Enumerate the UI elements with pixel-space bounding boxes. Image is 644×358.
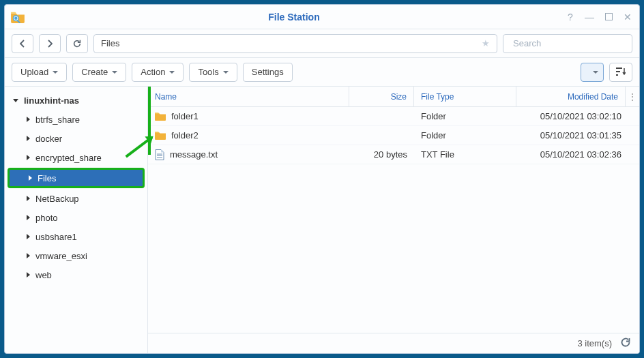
file-date: 05/10/2021 03:02:10 xyxy=(516,107,639,125)
svg-rect-4 xyxy=(605,14,612,20)
search-input[interactable] xyxy=(513,38,628,48)
tree-item-label: web xyxy=(35,270,52,280)
titlebar: File Station ? — ✕ xyxy=(5,5,639,29)
file-station-window: File Station ? — ✕ Files ★ Upload Create… xyxy=(4,4,640,354)
chevron-down-icon xyxy=(223,71,229,74)
file-name: message.txt xyxy=(170,149,218,160)
svg-point-2 xyxy=(14,16,18,20)
chevron-right-icon xyxy=(27,253,30,258)
svg-rect-11 xyxy=(616,71,620,72)
file-size xyxy=(349,107,414,125)
view-list-button[interactable] xyxy=(581,63,604,82)
tree-item-label: vmware_esxi xyxy=(35,251,87,261)
col-more[interactable]: ⋮ xyxy=(626,87,639,106)
file-size xyxy=(349,126,414,145)
tools-button[interactable]: Tools xyxy=(189,63,237,82)
refresh-button[interactable] xyxy=(620,337,631,350)
file-type: Folder xyxy=(414,126,516,145)
sort-button[interactable] xyxy=(609,63,632,82)
path-bar[interactable]: Files ★ xyxy=(93,34,497,53)
close-button[interactable]: ✕ xyxy=(621,11,634,23)
tree-item-label: encrypted_share xyxy=(35,153,102,163)
chevron-down-icon xyxy=(13,99,18,102)
tree-root-label: linuxhint-nas xyxy=(24,95,79,106)
svg-rect-10 xyxy=(616,68,622,69)
path-text: Files xyxy=(101,38,482,48)
annotation-marker xyxy=(148,87,151,155)
tree-root[interactable]: linuxhint-nas xyxy=(5,91,147,110)
list-header: Name Size File Type Modified Date ⋮ xyxy=(148,87,639,107)
favorite-icon[interactable]: ★ xyxy=(482,38,490,48)
col-size[interactable]: Size xyxy=(349,87,414,106)
nav-refresh-button[interactable] xyxy=(66,34,88,53)
maximize-button[interactable] xyxy=(602,11,615,23)
file-row[interactable]: message.txt 20 bytes TXT File 05/10/2021… xyxy=(148,145,639,164)
tree-item-usbshare1[interactable]: usbshare1 xyxy=(5,227,147,246)
file-row[interactable]: folder2 Folder 05/10/2021 03:01:35 xyxy=(148,126,639,145)
minimize-button[interactable]: — xyxy=(583,11,596,23)
chevron-right-icon xyxy=(27,136,30,141)
nav-forward-button[interactable] xyxy=(39,34,61,53)
text-file-icon xyxy=(155,149,164,160)
chevron-right-icon xyxy=(27,155,30,160)
toolbar: Upload Create Action Tools Settings xyxy=(5,58,639,87)
tree-item-label: docker xyxy=(35,134,62,144)
item-count: 3 item(s) xyxy=(577,338,612,348)
chevron-right-icon xyxy=(27,117,30,122)
col-date[interactable]: Modified Date xyxy=(516,87,626,106)
statusbar: 3 item(s) xyxy=(148,333,639,353)
chevron-right-icon xyxy=(27,215,30,220)
chevron-right-icon xyxy=(29,175,32,181)
chevron-right-icon xyxy=(27,272,30,278)
file-name: folder1 xyxy=(171,111,199,121)
chevron-down-icon xyxy=(53,71,58,74)
chevron-down-icon xyxy=(169,71,175,74)
file-name: folder2 xyxy=(171,130,199,140)
tree-item-label: NetBackup xyxy=(35,194,79,204)
file-row[interactable]: folder1 Folder 05/10/2021 03:02:10 xyxy=(148,107,639,126)
chevron-right-icon xyxy=(27,234,30,239)
tree-item-docker[interactable]: docker xyxy=(5,129,147,148)
sidebar: linuxhint-nas btrfs_share docker encrypt… xyxy=(5,87,148,353)
tree-item-vmware-esxi[interactable]: vmware_esxi xyxy=(5,246,147,265)
file-list: Name Size File Type Modified Date ⋮ fold… xyxy=(148,87,639,353)
navbar: Files ★ xyxy=(5,29,639,58)
folder-icon xyxy=(155,112,166,121)
file-date: 05/10/2021 03:01:35 xyxy=(516,126,639,145)
tree-item-web[interactable]: web xyxy=(5,265,147,284)
settings-button[interactable]: Settings xyxy=(243,63,293,82)
create-button[interactable]: Create xyxy=(72,63,126,82)
tree-item-label: usbshare1 xyxy=(35,232,77,242)
search-bar[interactable] xyxy=(503,34,632,53)
folder-icon xyxy=(155,131,166,140)
body: linuxhint-nas btrfs_share docker encrypt… xyxy=(5,87,639,353)
col-name[interactable]: Name xyxy=(148,87,349,106)
file-date: 05/10/2021 03:02:36 xyxy=(516,145,639,164)
list-rows: folder1 Folder 05/10/2021 03:02:10 folde… xyxy=(148,107,639,353)
tree-item-label: btrfs_share xyxy=(35,115,80,125)
tree-item-files[interactable]: Files xyxy=(8,168,145,188)
chevron-down-icon xyxy=(593,71,598,74)
tree-item-label: Files xyxy=(38,173,56,183)
window-title: File Station xyxy=(31,12,557,23)
app-icon xyxy=(10,11,25,23)
file-size: 20 bytes xyxy=(349,145,414,164)
help-button[interactable]: ? xyxy=(564,11,576,23)
file-type: TXT File xyxy=(414,145,516,164)
col-type[interactable]: File Type xyxy=(414,87,516,106)
file-type: Folder xyxy=(414,107,516,125)
nav-back-button[interactable] xyxy=(12,34,33,53)
tree-item-netbackup[interactable]: NetBackup xyxy=(5,189,147,208)
chevron-down-icon xyxy=(112,71,117,74)
chevron-right-icon xyxy=(27,196,30,201)
tree-item-btrfs-share[interactable]: btrfs_share xyxy=(5,110,147,129)
svg-rect-12 xyxy=(616,74,618,76)
main-panel: Name Size File Type Modified Date ⋮ fold… xyxy=(148,87,639,353)
tree-item-photo[interactable]: photo xyxy=(5,208,147,227)
tree-item-label: photo xyxy=(35,213,58,223)
upload-button[interactable]: Upload xyxy=(12,63,67,82)
action-button[interactable]: Action xyxy=(132,63,184,82)
